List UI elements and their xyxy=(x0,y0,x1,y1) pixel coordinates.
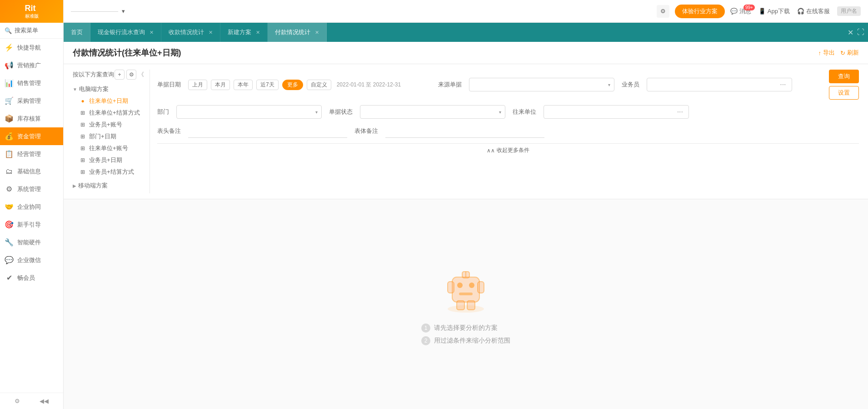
scheme-group-mobile: ▶移动端方案 xyxy=(73,180,144,192)
date-label: 单据日期 xyxy=(157,81,181,89)
empty-state: 1 请先选择要分析的方案 2 用过滤条件来缩小分析范围 xyxy=(64,199,868,409)
chevron-up-icon: ∧∧ xyxy=(487,147,495,154)
source-select[interactable]: ▾ xyxy=(469,78,614,91)
scheme-group-title-desktop[interactable]: ▼电脑端方案 xyxy=(73,83,144,95)
salesman-select[interactable]: ··· xyxy=(647,78,792,91)
scheme-item-partner-date[interactable]: ●往来单位+日期 xyxy=(76,95,144,107)
message-btn[interactable]: 💬 消息 99+ xyxy=(730,7,751,15)
partner-select[interactable]: ··· xyxy=(544,105,689,119)
tab-home[interactable]: 首页 xyxy=(64,23,90,42)
scheme-item-partner-account[interactable]: ⊞往来单位+账号 xyxy=(76,142,144,154)
scheme-item-dept-date[interactable]: ⊞部门+日期 xyxy=(76,131,144,142)
basic-info-icon: 🗂 xyxy=(5,167,14,176)
tab-label-home: 首页 xyxy=(71,28,83,36)
sidebar-item-marketing[interactable]: 📢营销推广 xyxy=(0,56,63,74)
body-note-input[interactable] xyxy=(385,124,544,138)
empty-illustration xyxy=(439,263,493,318)
scheme-add-btn[interactable]: + xyxy=(115,70,125,80)
date-btn-last-month[interactable]: 上月 xyxy=(188,80,207,90)
dept-select[interactable]: ▾ xyxy=(176,105,322,119)
app-download-btn[interactable]: 📱 App下载 xyxy=(758,7,790,15)
tab-close-payment-detail[interactable]: ✕ xyxy=(315,30,319,35)
sidebar-label-purchase: 采购管理 xyxy=(17,97,41,105)
sidebar-item-hardware[interactable]: 🔧智能硬件 xyxy=(0,233,63,251)
sidebar-label-finance: 资金管理 xyxy=(17,132,41,141)
guide-icon: 🎯 xyxy=(5,220,14,229)
tab-close-all-btn[interactable]: ✕ xyxy=(848,28,853,37)
sidebar-item-purchase[interactable]: 🛒采购管理 xyxy=(0,92,63,110)
date-btn-more[interactable]: 更多 xyxy=(282,80,303,90)
sidebar-label-guide: 新手引导 xyxy=(17,221,41,229)
tab-expand-btn[interactable]: ⛶ xyxy=(857,28,864,36)
scheme-group-title-mobile[interactable]: ▶移动端方案 xyxy=(73,180,144,192)
collapse-more-btn[interactable]: ∧∧ 收起更多条件 xyxy=(157,143,859,157)
date-options: 上月 本月 本年 近7天 更多 自定义 2022-01-01 至 2022-12… xyxy=(188,80,401,90)
filter-row-1: 单据日期 上月 本月 本年 近7天 更多 自定义 2022-01-01 至 20… xyxy=(157,70,859,100)
sidebar-label-operation: 经营管理 xyxy=(17,150,41,158)
operation-icon: 📋 xyxy=(5,150,14,158)
enterprise-icon: 🤝 xyxy=(5,202,14,211)
collapse-icon[interactable]: ◀◀ xyxy=(40,398,49,404)
sidebar-item-enterprise[interactable]: 🤝企业协同 xyxy=(0,198,63,216)
sidebar-item-finance[interactable]: 💰资金管理 xyxy=(0,127,63,145)
scheme-item-salesman-account[interactable]: ⊞业务员+账号 xyxy=(76,119,144,131)
sidebar-item-sales[interactable]: 📊销售管理 xyxy=(0,74,63,92)
doc-status-select[interactable]: ▾ xyxy=(360,105,505,119)
svg-rect-8 xyxy=(459,293,473,295)
tab-close-new-scheme[interactable]: ✕ xyxy=(256,30,260,35)
empty-tip-2: 2 用过滤条件来缩小分析范围 xyxy=(421,336,510,345)
scheme-item-icon-partner-settle: ⊞ xyxy=(79,110,86,116)
sidebar-item-guide[interactable]: 🎯新手引导 xyxy=(0,216,63,233)
tab-close-payment-stat[interactable]: ✕ xyxy=(209,30,213,35)
sidebar-item-wechat[interactable]: 💬企业微信 xyxy=(0,251,63,269)
logo-text: Rit xyxy=(25,4,39,13)
sidebar-item-quick-nav[interactable]: ⚡快捷导航 xyxy=(0,39,63,56)
scheme-item-partner-settle[interactable]: ⊞往来单位+结算方式 xyxy=(76,107,144,119)
marketing-icon: 📢 xyxy=(5,61,14,70)
sidebar-item-basic-info[interactable]: 🗂基础信息 xyxy=(0,163,63,180)
sidebar-item-system[interactable]: ⚙系统管理 xyxy=(0,180,63,198)
scheme-item-salesman-date[interactable]: ⊞业务员+日期 xyxy=(76,154,144,166)
service-btn[interactable]: 🎧 在线客服 xyxy=(797,7,830,15)
scheme-item-icon-partner-date: ● xyxy=(79,98,86,104)
sidebar-label-sales: 销售管理 xyxy=(17,79,41,87)
date-btn-this-year[interactable]: 本年 xyxy=(234,80,253,90)
user-avatar[interactable]: 用户名 xyxy=(837,6,861,16)
tab-new-scheme[interactable]: 新建方案✕ xyxy=(220,23,268,42)
salesman-ellipsis-icon: ··· xyxy=(778,81,788,89)
sidebar-item-inventory[interactable]: 📦库存核算 xyxy=(0,110,63,127)
tab-close-bank-flow[interactable]: ✕ xyxy=(150,30,154,35)
tab-payment-detail[interactable]: 付款情况统计✕ xyxy=(268,23,327,42)
svg-point-6 xyxy=(457,283,463,288)
scheme-collapse-btn[interactable]: 《 xyxy=(138,71,144,79)
filter-settings-btn[interactable]: 设置 xyxy=(829,86,859,100)
content-area: 付款情况统计(往来单位+日期) ↑ 导出 ↻ 刷新 按以下方案查询 xyxy=(64,42,868,409)
export-btn[interactable]: ↑ 导出 xyxy=(818,49,835,57)
scheme-item-salesman-settle[interactable]: ⊞业务员+结算方式 xyxy=(76,166,144,178)
sidebar-label-inventory: 库存核算 xyxy=(17,115,41,123)
query-btn[interactable]: 查询 xyxy=(829,70,859,83)
refresh-btn[interactable]: ↻ 刷新 xyxy=(840,49,859,57)
topbar-dropdown[interactable]: ▾ xyxy=(122,8,125,15)
trial-btn[interactable]: 体验行业方案 xyxy=(675,5,725,18)
tab-payment-stat[interactable]: 收款情况统计✕ xyxy=(161,23,220,42)
sidebar: Rit 标准版 🔍 搜索菜单 ⚡快捷导航📢营销推广📊销售管理🛒采购管理📦库存核算… xyxy=(0,0,64,409)
date-btn-custom[interactable]: 自定义 xyxy=(307,80,331,90)
sidebar-item-operation[interactable]: 📋经营管理 xyxy=(0,145,63,163)
hardware-icon: 🔧 xyxy=(5,238,14,247)
dept-arrow-icon: ▾ xyxy=(315,110,318,115)
service-icon: 🎧 xyxy=(797,8,804,15)
search-label: 搜索菜单 xyxy=(15,26,38,35)
settings-icon[interactable]: ⚙ xyxy=(15,398,20,404)
topbar-gear-btn[interactable]: ⚙ xyxy=(657,5,669,18)
date-btn-7days[interactable]: 近7天 xyxy=(256,80,279,90)
doc-status-label: 单据状态 xyxy=(329,108,353,116)
sidebar-item-member[interactable]: ✔畅会员 xyxy=(0,269,63,287)
tab-bank-flow[interactable]: 现金银行流水查询✕ xyxy=(90,23,161,42)
sidebar-search[interactable]: 🔍 搜索菜单 xyxy=(0,23,63,39)
scheme-item-icon-salesman-settle: ⊞ xyxy=(79,169,86,175)
header-note-input[interactable] xyxy=(188,124,347,138)
topbar: ———————— ▾ ⚙ 体验行业方案 💬 消息 99+ 📱 App下载 🎧 在… xyxy=(64,0,868,23)
scheme-settings-btn[interactable]: ⚙ xyxy=(126,70,136,80)
date-btn-this-month[interactable]: 本月 xyxy=(211,80,230,90)
